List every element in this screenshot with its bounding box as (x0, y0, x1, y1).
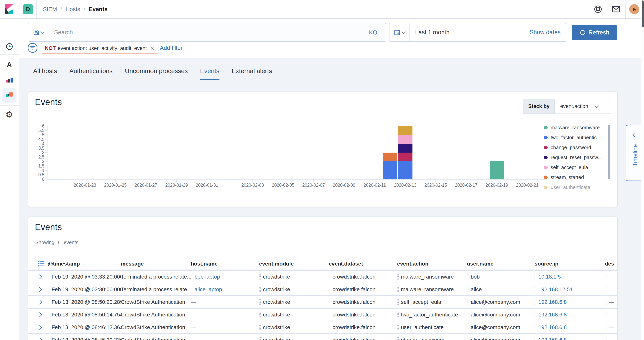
legend-item[interactable]: stream_started (544, 172, 607, 182)
help-icon[interactable] (594, 4, 602, 14)
drag-handle-icon[interactable] (191, 274, 192, 280)
space-badge[interactable]: D (23, 4, 33, 14)
time-range-value[interactable]: Last 1 month (410, 23, 524, 41)
row-expander-button[interactable] (28, 313, 48, 317)
drag-handle-icon[interactable] (467, 287, 468, 292)
column-header-event-action[interactable]: event.action (397, 261, 467, 267)
row-expander-button[interactable] (28, 326, 48, 329)
drag-handle-icon[interactable] (467, 325, 468, 330)
tab-authentications[interactable]: Authentications (70, 67, 113, 80)
row-expander-button[interactable] (28, 300, 48, 304)
user-avatar[interactable]: e (629, 4, 639, 14)
cell-value-source_ip[interactable]: 192.168.6.8 (538, 337, 567, 340)
drag-handle-icon[interactable] (605, 325, 606, 330)
column-header-message[interactable]: message (121, 261, 191, 267)
management-gear-icon[interactable]: ⚙ (0, 110, 18, 119)
kibana-logo-icon[interactable] (4, 3, 14, 14)
cell-value-source_ip[interactable]: 192.168.6.8 (538, 299, 567, 305)
drag-handle-icon[interactable] (605, 274, 606, 280)
apm-app-icon[interactable]: A (0, 61, 18, 69)
drag-handle-icon[interactable] (329, 274, 330, 280)
drag-handle-icon[interactable] (397, 312, 399, 318)
show-dates-button[interactable]: Show dates (524, 23, 566, 41)
column-header-host-name[interactable]: host.name (191, 261, 259, 267)
siem-app-icon[interactable] (0, 91, 18, 100)
cell-value-host[interactable]: bob-laptop (194, 274, 220, 280)
refresh-button[interactable]: Refresh (572, 25, 617, 40)
drag-handle-icon[interactable] (329, 312, 330, 318)
legend-item[interactable]: user_authenticate (544, 182, 607, 189)
tab-events[interactable]: Events (200, 67, 220, 80)
drag-handle-icon[interactable] (48, 325, 49, 330)
drag-handle-icon[interactable] (534, 337, 536, 340)
drag-handle-icon[interactable] (467, 312, 468, 318)
drag-handle-icon[interactable] (259, 287, 261, 292)
cell-value-source_ip[interactable]: 192.168.12.51 (538, 286, 573, 293)
stack-by-select[interactable]: event.action (555, 99, 610, 114)
drag-handle-icon[interactable] (534, 299, 536, 305)
drag-handle-icon[interactable] (48, 312, 49, 318)
legend-item[interactable]: two_factor_authentic... (544, 133, 607, 143)
tab-all-hosts[interactable]: All hosts (33, 67, 57, 80)
cell-value-source_ip[interactable]: 192.168.6.8 (538, 312, 567, 318)
drag-handle-icon[interactable] (259, 299, 261, 305)
drag-handle-icon[interactable] (467, 337, 468, 340)
drag-handle-icon[interactable] (605, 299, 606, 305)
column-header-user-name[interactable]: user.name (467, 261, 534, 267)
row-expander-button[interactable] (28, 288, 48, 291)
row-expander-button[interactable] (28, 338, 48, 340)
remove-filter-icon[interactable]: ✕ (150, 45, 154, 51)
drag-handle-icon[interactable] (259, 337, 261, 340)
visualize-app-icon[interactable] (0, 76, 18, 85)
drag-handle-icon[interactable] (397, 287, 399, 292)
drag-handle-icon[interactable] (259, 274, 261, 280)
drag-handle-icon[interactable] (191, 287, 192, 292)
filter-pill-negated[interactable]: NOT event.action: user_activity_audit_ev… (41, 43, 158, 54)
drag-handle-icon[interactable] (48, 274, 49, 280)
tab-external-alerts[interactable]: External alerts (232, 67, 272, 80)
fields-browser-icon[interactable] (38, 261, 45, 267)
cell-value-host[interactable]: alice-laptop (194, 286, 222, 293)
column-header-event-module[interactable]: event.module (259, 261, 329, 267)
row-expander-button[interactable] (28, 275, 48, 279)
breadcrumb-item[interactable]: Hosts (66, 6, 80, 12)
drag-handle-icon[interactable] (259, 325, 261, 330)
column-header--timestamp[interactable]: @timestamp↓ (48, 261, 121, 267)
date-picker-button[interactable] (390, 23, 410, 41)
kql-language-button[interactable]: KQL (364, 23, 386, 41)
drag-handle-icon[interactable] (605, 337, 606, 340)
tab-uncommon-processes[interactable]: Uncommon processes (125, 67, 188, 80)
drag-handle-icon[interactable] (48, 287, 49, 292)
drag-handle-icon[interactable] (48, 337, 49, 340)
drag-handle-icon[interactable] (329, 325, 330, 330)
legend-item[interactable]: malware_ransomware (544, 123, 607, 133)
drag-handle-icon[interactable] (259, 312, 261, 318)
drag-handle-icon[interactable] (534, 274, 536, 280)
scrollbar-thumb[interactable] (642, 0, 644, 27)
drag-handle-icon[interactable] (534, 287, 536, 292)
column-header-event-dataset[interactable]: event.dataset (329, 261, 397, 267)
drag-handle-icon[interactable] (397, 325, 399, 330)
drag-handle-icon[interactable] (534, 312, 536, 318)
legend-item[interactable]: self_accept_eula (544, 162, 607, 172)
drag-handle-icon[interactable] (534, 325, 536, 330)
drag-handle-icon[interactable] (48, 299, 49, 305)
page-scrollbar[interactable] (641, 0, 644, 340)
breadcrumb-item[interactable]: SIEM (43, 6, 57, 12)
legend-item[interactable]: change_password (544, 143, 607, 152)
column-header-des[interactable]: des (605, 261, 616, 267)
add-filter-button[interactable]: + Add filter (155, 43, 183, 53)
save-query-button[interactable] (28, 23, 49, 41)
filter-group-icon[interactable] (28, 43, 38, 53)
cell-value-source_ip[interactable]: 10.18.1.5 (538, 274, 561, 280)
legend-item[interactable]: request_reset_passw... (544, 152, 607, 162)
drag-handle-icon[interactable] (397, 337, 399, 340)
drag-handle-icon[interactable] (397, 274, 399, 280)
drag-handle-icon[interactable] (467, 274, 468, 280)
drag-handle-icon[interactable] (605, 312, 606, 318)
drag-handle-icon[interactable] (467, 299, 468, 305)
drag-handle-icon[interactable] (329, 299, 330, 305)
recently-viewed-icon[interactable] (0, 42, 18, 51)
drag-handle-icon[interactable] (329, 337, 330, 340)
column-header-source-ip[interactable]: source.ip (534, 261, 605, 267)
